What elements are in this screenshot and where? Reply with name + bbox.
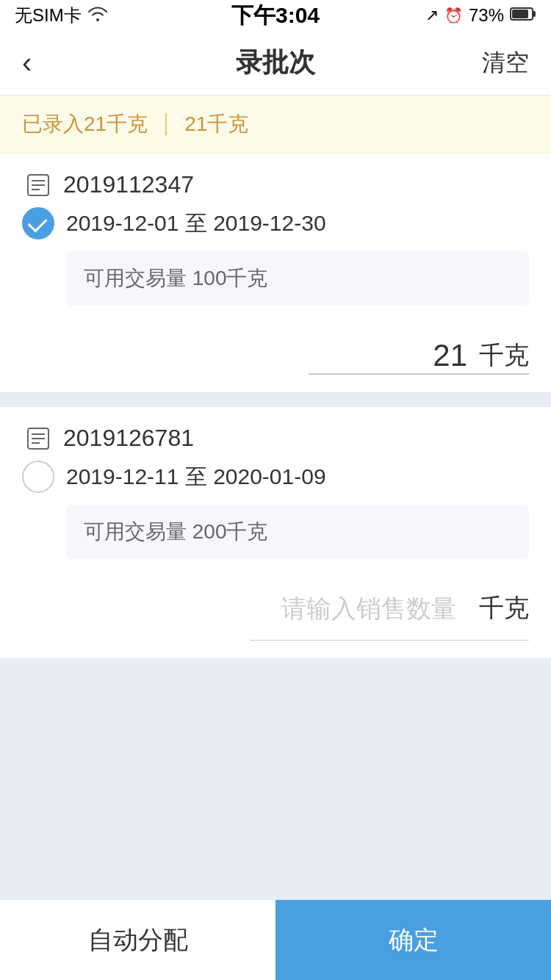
batch2-avail: 可用交易量 200千克 — [66, 505, 529, 559]
batch2-underline — [250, 640, 529, 641]
location-icon: ↗ — [425, 6, 439, 25]
svg-rect-2 — [533, 11, 536, 17]
batch1-quantity: 21 — [433, 338, 467, 373]
confirm-button[interactable]: 确定 — [276, 900, 551, 980]
batch2-icon — [22, 425, 54, 452]
batch2-card: 2019126781 2019-12-11 至 2020-01-09 可用交易量… — [0, 407, 551, 658]
status-bar: 无SIM卡 下午3:04 ↗ ⏰ 73% — [0, 0, 551, 31]
status-right: ↗ ⏰ 73% — [425, 5, 536, 26]
nav-bar: ‹ 录批次 清空 — [0, 31, 551, 96]
wifi-icon — [87, 5, 108, 26]
batch2-date: 2019-12-11 至 2020-01-09 — [66, 462, 326, 492]
batch1-id: 2019112347 — [63, 171, 194, 198]
battery-percent: 73% — [469, 5, 504, 26]
batch1-unit: 千克 — [479, 339, 529, 372]
bottom-bar: 自动分配 确定 — [0, 899, 551, 980]
summary-divider — [165, 113, 167, 135]
recorded-label: 已录入21千克 — [22, 110, 148, 138]
section-divider — [0, 392, 551, 407]
page-title: 录批次 — [236, 45, 315, 81]
back-button[interactable]: ‹ — [22, 46, 32, 79]
clear-button[interactable]: 清空 — [482, 47, 529, 79]
status-time: 下午3:04 — [231, 1, 320, 31]
batch1-date: 2019-12-01 至 2019-12-30 — [66, 209, 326, 239]
sim-text: 无SIM卡 — [15, 4, 82, 27]
batch1-header: 2019112347 — [22, 171, 529, 198]
batch1-underline — [309, 373, 529, 375]
batch2-qty-input[interactable] — [247, 594, 467, 623]
auto-distribute-button[interactable]: 自动分配 — [0, 900, 276, 980]
batch2-id: 2019126781 — [63, 425, 194, 452]
alarm-icon: ⏰ — [444, 7, 463, 24]
batch1-icon — [22, 172, 54, 198]
batch2-unit: 千克 — [479, 591, 529, 625]
battery-icon — [510, 5, 536, 26]
batch2-underline-wrapper — [0, 640, 551, 658]
batch2-date-row[interactable]: 2019-12-11 至 2020-01-09 — [22, 461, 529, 493]
batch2-header: 2019126781 — [22, 425, 529, 452]
summary-bar: 已录入21千克 21千克 — [0, 96, 551, 154]
batch2-radio[interactable] — [22, 461, 54, 493]
batch1-card: 2019112347 2019-12-01 至 2019-12-30 可用交易量… — [0, 154, 551, 323]
svg-rect-1 — [512, 10, 528, 18]
summary-amount: 21千克 — [184, 110, 248, 138]
batch2-inner: 2019126781 2019-12-11 至 2020-01-09 可用交易量… — [0, 407, 551, 577]
status-left: 无SIM卡 — [15, 4, 108, 27]
batch1-date-row[interactable]: 2019-12-01 至 2019-12-30 — [22, 207, 529, 239]
batch2-input-row: 千克 — [0, 577, 551, 640]
batch1-qty-line — [0, 373, 551, 392]
batch1-qty-row: 21 千克 — [0, 323, 551, 373]
batch1-radio[interactable] — [22, 207, 54, 239]
batch1-avail: 可用交易量 100千克 — [66, 251, 529, 306]
